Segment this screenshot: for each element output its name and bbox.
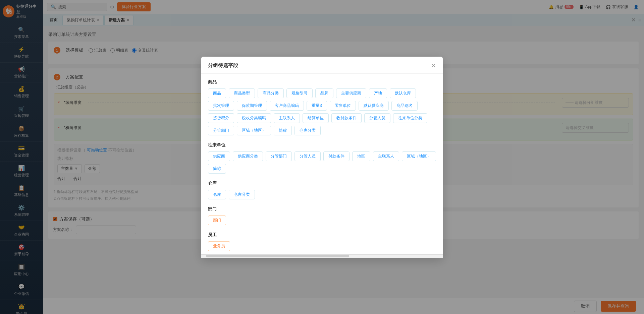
field-tags-1: 供应商供应商分类分管部门分管人员付款条件地区主联系人区域（地区）简称	[208, 151, 436, 174]
field-tag-0-9[interactable]: 保质期管理	[237, 101, 267, 111]
field-tag-0-21[interactable]: 往来单位分类	[393, 113, 427, 123]
field-tag-0-23[interactable]: 区域（地区）	[237, 126, 271, 135]
field-group-0: 商品商品商品类型商品分类规格型号品牌主要供应商产地默认仓库批次管理保质期管理客户…	[208, 79, 436, 135]
horizontal-scrollbar[interactable]	[201, 254, 443, 258]
field-tag-0-20[interactable]: 分管人员	[364, 113, 390, 123]
field-tag-1-4[interactable]: 付款条件	[323, 151, 350, 161]
field-tag-0-11[interactable]: 重量3	[307, 101, 327, 111]
field-tag-0-18[interactable]: 结算单位	[303, 113, 329, 123]
field-group-title-3: 部门	[208, 206, 436, 212]
field-tags-0: 商品商品类型商品分类规格型号品牌主要供应商产地默认仓库批次管理保质期管理客户商品…	[208, 88, 436, 135]
field-tag-2-1[interactable]: 仓库分类	[229, 190, 255, 199]
field-tag-0-24[interactable]: 简称	[274, 126, 292, 135]
field-tag-1-3[interactable]: 分管人员	[294, 151, 321, 161]
modal-title: 分组待选字段	[208, 62, 238, 69]
field-tag-0-5[interactable]: 主要供应商	[336, 88, 366, 98]
field-tag-0-13[interactable]: 默认供应商	[359, 101, 389, 111]
field-tag-0-19[interactable]: 收付款条件	[331, 113, 362, 123]
field-tag-0-7[interactable]: 默认仓库	[390, 88, 416, 98]
field-tags-4: 业务员	[208, 241, 436, 251]
field-tag-1-7[interactable]: 区域（地区）	[402, 151, 436, 161]
field-tag-0-3[interactable]: 规格型号	[286, 88, 313, 98]
field-tag-0-6[interactable]: 产地	[369, 88, 387, 98]
field-tag-1-2[interactable]: 分管部门	[266, 151, 292, 161]
modal-body[interactable]: 商品商品商品类型商品分类规格型号品牌主要供应商产地默认仓库批次管理保质期管理客户…	[201, 74, 443, 254]
field-tag-0-4[interactable]: 品牌	[315, 88, 333, 98]
modal: 分组待选字段 ✕ 商品商品商品类型商品分类规格型号品牌主要供应商产地默认仓库批次…	[201, 57, 443, 258]
field-group-2: 仓库仓库仓库分类	[208, 180, 436, 199]
field-tag-0-22[interactable]: 分管部门	[208, 126, 234, 135]
field-tag-3-0[interactable]: 部门	[208, 215, 226, 225]
modal-overlay[interactable]: 分组待选字段 ✕ 商品商品商品类型商品分类规格型号品牌主要供应商产地默认仓库批次…	[0, 0, 644, 314]
field-tag-1-1[interactable]: 供应商分类	[233, 151, 263, 161]
field-tag-1-5[interactable]: 地区	[352, 151, 370, 161]
field-tag-0-1[interactable]: 商品类型	[229, 88, 255, 98]
hscroll-thumb	[206, 255, 349, 257]
field-tag-0-14[interactable]: 商品别名	[391, 101, 418, 111]
field-group-1: 往来单位供应商供应商分类分管部门分管人员付款条件地区主联系人区域（地区）简称	[208, 142, 436, 174]
field-tag-2-0[interactable]: 仓库	[208, 190, 226, 199]
field-group-title-4: 员工	[208, 232, 436, 238]
field-tag-1-6[interactable]: 主联系人	[373, 151, 399, 161]
field-group-3: 部门部门	[208, 206, 436, 225]
field-tag-0-16[interactable]: 税收分类编码	[237, 113, 271, 123]
field-tag-0-10[interactable]: 客户商品编码	[270, 101, 304, 111]
field-group-title-1: 往来单位	[208, 142, 436, 148]
field-tag-0-25[interactable]: 仓库分类	[294, 126, 321, 135]
modal-close-button[interactable]: ✕	[431, 62, 436, 69]
field-tag-0-17[interactable]: 主联系人	[274, 113, 300, 123]
field-tags-2: 仓库仓库分类	[208, 190, 436, 199]
field-group-4: 员工业务员	[208, 232, 436, 251]
field-group-title-2: 仓库	[208, 180, 436, 186]
field-tag-0-8[interactable]: 批次管理	[208, 101, 234, 111]
field-tag-1-0[interactable]: 供应商	[208, 151, 230, 161]
modal-header: 分组待选字段 ✕	[201, 57, 443, 74]
field-tag-0-15[interactable]: 拣货积分	[208, 113, 234, 123]
field-tag-0-0[interactable]: 商品	[208, 88, 226, 98]
field-tag-1-8[interactable]: 简称	[208, 164, 226, 174]
field-tag-0-12[interactable]: 零售单位	[330, 101, 356, 111]
field-group-title-0: 商品	[208, 79, 436, 85]
field-tag-0-2[interactable]: 商品分类	[258, 88, 284, 98]
field-tag-4-0[interactable]: 业务员	[208, 241, 230, 251]
field-tags-3: 部门	[208, 215, 436, 225]
